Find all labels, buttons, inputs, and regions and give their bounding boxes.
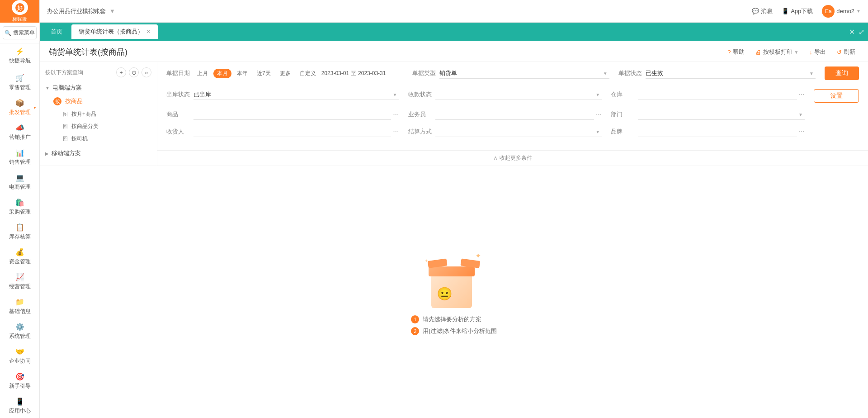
- date-more-btn[interactable]: 更多: [276, 69, 294, 78]
- avatar: Ea: [822, 5, 835, 18]
- message-button[interactable]: 💬 消息: [752, 7, 773, 15]
- user-menu[interactable]: Ea demo2 ▼: [822, 5, 861, 18]
- sidebar-item-app-center[interactable]: 📱 应用中心: [0, 394, 39, 418]
- scheme-panel: 按以下方案查询 + ⊙ « ▼ 电脑端方案: [40, 62, 157, 166]
- app-subtitle: 标账版: [12, 16, 27, 23]
- sidebar-item-finance[interactable]: 💰 资金管理: [0, 244, 39, 269]
- receipt-status-select[interactable]: [435, 89, 602, 100]
- sparkle-2: ✦: [425, 258, 428, 263]
- product-more-icon[interactable]: ···: [393, 110, 399, 119]
- tab-close-icon[interactable]: ✕: [146, 28, 151, 35]
- filter-area: 按以下方案查询 + ⊙ « ▼ 电脑端方案: [40, 62, 868, 166]
- department-select-wrapper: [638, 109, 805, 120]
- recipient-label: 收货人: [166, 128, 193, 136]
- brand-more-icon[interactable]: ···: [799, 128, 805, 136]
- tip-num-2: 2: [411, 327, 419, 335]
- sidebar-item-inventory[interactable]: 📋 库存核算: [0, 219, 39, 244]
- product-input[interactable]: [193, 109, 391, 120]
- system-icon: ⚙️: [15, 323, 24, 331]
- date-last-month-btn[interactable]: 上月: [193, 69, 212, 78]
- scheme-sub-by-cashier[interactable]: 回 按司机: [40, 133, 157, 145]
- collapse-bar[interactable]: ∧ 收起更多条件: [157, 150, 868, 166]
- box-face: 😐: [437, 286, 453, 301]
- scheme-sub-by-month-product[interactable]: 图 按月+商品: [40, 108, 157, 120]
- refresh-button[interactable]: ↺ 刷新: [833, 46, 859, 58]
- collapse-scheme-button[interactable]: «: [142, 67, 151, 77]
- filter-settlement: 结算方式: [408, 126, 602, 137]
- sidebar-item-operations[interactable]: 📈 经营管理: [0, 269, 39, 294]
- brand-input[interactable]: [638, 126, 797, 137]
- template-print-button[interactable]: 🖨 按模板打印 ▼: [752, 46, 802, 58]
- print-icon: 🖨: [755, 49, 761, 56]
- app-download-button[interactable]: 📱 App下载: [782, 7, 813, 15]
- sidebar-item-enterprise[interactable]: 🤝 企业协同: [0, 344, 39, 369]
- tab-sales-stats[interactable]: 销货单统计表（按商品） ✕: [71, 24, 158, 39]
- warehouse-input[interactable]: [638, 89, 797, 100]
- tab-bar: 首页 销货单统计表（按商品） ✕ ✕ ⤢: [40, 23, 868, 41]
- sidebar-item-quick-nav[interactable]: ⚡ 快捷导航: [0, 43, 39, 68]
- print-dropdown-icon[interactable]: ▼: [794, 50, 799, 55]
- sidebar-item-marketing[interactable]: 📣 营销推广: [0, 120, 39, 145]
- sub-icon-2: 回: [61, 123, 69, 130]
- help-button[interactable]: ? 帮助: [724, 46, 748, 58]
- doc-type-select[interactable]: 销货单: [439, 68, 609, 79]
- date-from: 2023-03-01: [321, 70, 349, 76]
- department-label: 部门: [611, 110, 638, 119]
- filter-row-1: 单据日期 上月 本月 本年 近7天 更多 自定义 2023-03-01 至: [166, 66, 859, 80]
- receipt-status-select-wrapper: [435, 89, 602, 100]
- export-icon: ↓: [810, 49, 813, 56]
- top-header: 办公用品行业模拟账套 ▼ 💬 消息 📱 App下载 Ea demo2 ▼: [40, 0, 868, 23]
- workspace-dropdown-icon[interactable]: ▼: [109, 8, 115, 14]
- recipient-more-icon[interactable]: ···: [393, 128, 399, 136]
- sidebar-item-sales[interactable]: 📊 销售管理: [0, 145, 39, 170]
- header-right: 💬 消息 📱 App下载 Ea demo2 ▼: [752, 5, 861, 18]
- window-maximize-button[interactable]: ⤢: [859, 28, 864, 36]
- sidebar-item-wholesale[interactable]: 📦 批发管理: [0, 95, 39, 120]
- logo-icon: 好: [12, 0, 28, 15]
- sidebar-item-system[interactable]: ⚙️ 系统管理: [0, 319, 39, 344]
- filter-department: 部门: [611, 109, 805, 120]
- app-logo[interactable]: 好 标账版: [0, 0, 39, 23]
- export-button[interactable]: ↓ 导出: [806, 46, 830, 58]
- sidebar-item-purchase[interactable]: 🛍️ 采购管理: [0, 195, 39, 219]
- settings-button[interactable]: 设置: [814, 89, 859, 103]
- department-select[interactable]: [638, 109, 805, 120]
- date-this-month-btn[interactable]: 本月: [213, 69, 231, 78]
- retail-icon: 🛒: [15, 74, 24, 82]
- filter-section: 按以下方案查询 + ⊙ « ▼ 电脑端方案: [40, 62, 868, 166]
- scheme-panel-header: 按以下方案查询 + ⊙ «: [40, 66, 157, 81]
- recipient-input[interactable]: [193, 126, 391, 137]
- tab-home[interactable]: 首页: [43, 24, 70, 39]
- receipt-status-label: 收款状态: [408, 90, 435, 99]
- sidebar-item-retail[interactable]: 🛒 零售管理: [0, 70, 39, 95]
- date-this-year-btn[interactable]: 本年: [233, 69, 251, 78]
- sidebar-item-guide[interactable]: 🎯 新手引导: [0, 369, 39, 394]
- date-7days-btn[interactable]: 近7天: [253, 69, 274, 78]
- sidebar-item-ecom[interactable]: 💻 电商管理: [0, 170, 39, 195]
- date-to: 2023-03-31: [358, 70, 386, 76]
- search-menu-button[interactable]: 🔍 搜索菜单: [3, 26, 37, 39]
- add-scheme-button[interactable]: +: [116, 67, 126, 77]
- salesperson-input[interactable]: [435, 109, 594, 120]
- window-close-button[interactable]: ✕: [849, 28, 855, 36]
- filter-warehouse: 仓库 ···: [611, 89, 805, 100]
- query-button[interactable]: 查询: [825, 66, 859, 80]
- out-status-select[interactable]: 已出库: [193, 89, 399, 100]
- salesperson-more-icon[interactable]: ···: [596, 110, 602, 119]
- help-icon: ?: [727, 49, 731, 56]
- warehouse-more-icon[interactable]: ···: [799, 90, 805, 99]
- scheme-section-pc-header[interactable]: ▼ 电脑端方案: [40, 81, 157, 95]
- date-custom-btn[interactable]: 自定义: [296, 69, 320, 78]
- filter-row-2: 出库状态 已出库 收款状态: [166, 86, 859, 103]
- settlement-select[interactable]: [435, 126, 602, 137]
- doc-status-select[interactable]: 已生效: [646, 68, 816, 79]
- guide-icon: 🎯: [15, 372, 24, 381]
- scheme-section-mobile-header[interactable]: ▶ 移动端方案: [40, 147, 157, 160]
- scheme-sub-by-category[interactable]: 回 按商品分类: [40, 120, 157, 133]
- scheme-item-by-product[interactable]: 按 按商品: [40, 95, 157, 108]
- empty-illustration: 😐 ✦ ✦: [422, 249, 486, 308]
- sidebar-item-base[interactable]: 📁 基础信息: [0, 294, 39, 319]
- edit-scheme-button[interactable]: ⊙: [129, 67, 139, 77]
- filter-doc-type: 单据类型 销货单: [412, 68, 609, 79]
- sidebar: 好 标账版 🔍 搜索菜单 ⚡ 快捷导航 🛒 零售管理 📦 批发管理 📣 营销推广…: [0, 0, 40, 418]
